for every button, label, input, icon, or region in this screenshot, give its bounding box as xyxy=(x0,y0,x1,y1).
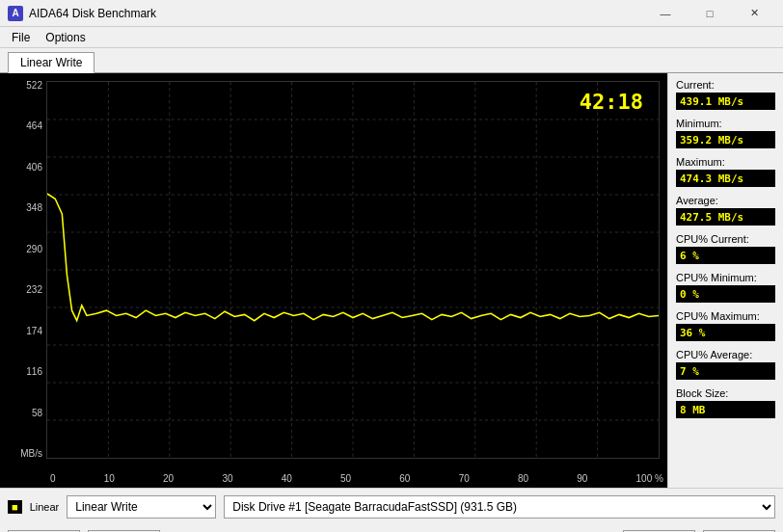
x-label-10: 100 % xyxy=(636,473,663,484)
bottom-controls: ■ Linear Linear Write Disk Drive #1 [Sea… xyxy=(0,488,783,532)
minimum-value: 359.2 MB/s xyxy=(676,131,775,148)
cpu-maximum-value: 36 % xyxy=(676,324,775,341)
x-label-8: 80 xyxy=(518,473,528,484)
right-panel: Current: 439.1 MB/s Minimum: 359.2 MB/s … xyxy=(667,73,783,488)
cpu-minimum-value: 0 % xyxy=(676,285,775,303)
menu-options[interactable]: Options xyxy=(38,29,93,46)
cpu-current-label: CPU% Current: xyxy=(676,233,775,245)
y-label-0: 522 xyxy=(26,81,42,91)
y-label-1: 464 xyxy=(26,121,42,131)
stat-current: Current: 439.1 MB/s xyxy=(676,79,775,110)
x-label-1: 10 xyxy=(104,473,115,484)
x-label-0: 0 xyxy=(50,473,56,484)
title-bar: A AIDA64 Disk Benchmark — □ ✕ xyxy=(0,0,783,27)
x-axis: 0 10 20 30 40 50 60 70 80 90 100 % xyxy=(46,473,667,484)
cpu-minimum-label: CPU% Minimum: xyxy=(676,272,775,283)
stat-maximum: Maximum: 474.3 MB/s xyxy=(676,156,775,187)
main-content: 522 464 406 348 290 232 174 116 58 MB/s … xyxy=(0,73,783,488)
y-label-4: 290 xyxy=(26,245,42,254)
close-button[interactable]: ✕ xyxy=(733,4,775,23)
cpu-average-label: CPU% Average: xyxy=(676,349,775,360)
controls-row-1: ■ Linear Linear Write Disk Drive #1 [Sea… xyxy=(0,489,783,525)
x-label-3: 30 xyxy=(222,473,232,484)
stat-cpu-minimum: CPU% Minimum: 0 % xyxy=(676,272,775,303)
window-title: AIDA64 Disk Benchmark xyxy=(29,7,156,20)
y-label-2: 406 xyxy=(26,163,42,173)
x-label-2: 20 xyxy=(163,473,174,484)
controls-row-2: Start Stop Save Clear xyxy=(0,525,783,532)
y-label-5: 232 xyxy=(26,285,42,295)
current-value: 439.1 MB/s xyxy=(676,93,775,110)
y-label-6: 174 xyxy=(26,327,42,336)
stat-cpu-average: CPU% Average: 7 % xyxy=(676,349,775,380)
cpu-maximum-label: CPU% Maximum: xyxy=(676,310,775,322)
current-label: Current: xyxy=(676,79,775,91)
y-axis-title: MB/s xyxy=(20,449,42,459)
timestamp-display: 42:18 xyxy=(580,90,643,114)
minimum-label: Minimum: xyxy=(676,118,775,129)
minimize-button[interactable]: — xyxy=(644,4,687,23)
y-label-7: 116 xyxy=(26,367,42,377)
stat-average: Average: 427.5 MB/s xyxy=(676,195,775,226)
y-label-8: 58 xyxy=(32,409,42,418)
stat-cpu-maximum: CPU% Maximum: 36 % xyxy=(676,310,775,341)
block-size-label: Block Size: xyxy=(676,387,775,399)
x-label-7: 70 xyxy=(459,473,470,484)
tab-linear-write[interactable]: Linear Write xyxy=(8,52,94,73)
chart-svg xyxy=(47,82,659,458)
maximum-value: 474.3 MB/s xyxy=(676,170,775,187)
legend-label: Linear xyxy=(30,501,60,513)
cpu-average-value: 7 % xyxy=(676,362,775,380)
block-size-value: 8 MB xyxy=(676,401,775,418)
chart-area: 522 464 406 348 290 232 174 116 58 MB/s … xyxy=(0,73,667,488)
x-label-5: 50 xyxy=(340,473,351,484)
x-label-6: 60 xyxy=(399,473,410,484)
menu-file[interactable]: File xyxy=(4,29,38,46)
stat-cpu-current: CPU% Current: 6 % xyxy=(676,233,775,264)
x-label-4: 40 xyxy=(282,473,292,484)
window-controls: — □ ✕ xyxy=(644,4,775,23)
drive-select[interactable]: Disk Drive #1 [Seagate BarracudaFastSSD]… xyxy=(224,495,775,519)
cpu-current-value: 6 % xyxy=(676,247,775,264)
y-axis: 522 464 406 348 290 232 174 116 58 MB/s xyxy=(0,81,46,459)
average-value: 427.5 MB/s xyxy=(676,208,775,226)
app-icon: A xyxy=(8,6,23,21)
test-type-select[interactable]: Linear Write xyxy=(67,495,216,519)
average-label: Average: xyxy=(676,195,775,206)
stat-block-size: Block Size: 8 MB xyxy=(676,387,775,418)
stat-minimum: Minimum: 359.2 MB/s xyxy=(676,118,775,148)
menu-bar: File Options xyxy=(0,27,783,48)
legend-color: ■ xyxy=(8,500,22,514)
tab-bar: Linear Write xyxy=(0,48,783,73)
maximize-button[interactable]: □ xyxy=(688,4,731,23)
x-label-9: 90 xyxy=(577,473,587,484)
y-label-3: 348 xyxy=(26,203,42,213)
chart-canvas: 42:18 xyxy=(46,81,660,459)
maximum-label: Maximum: xyxy=(676,156,775,168)
